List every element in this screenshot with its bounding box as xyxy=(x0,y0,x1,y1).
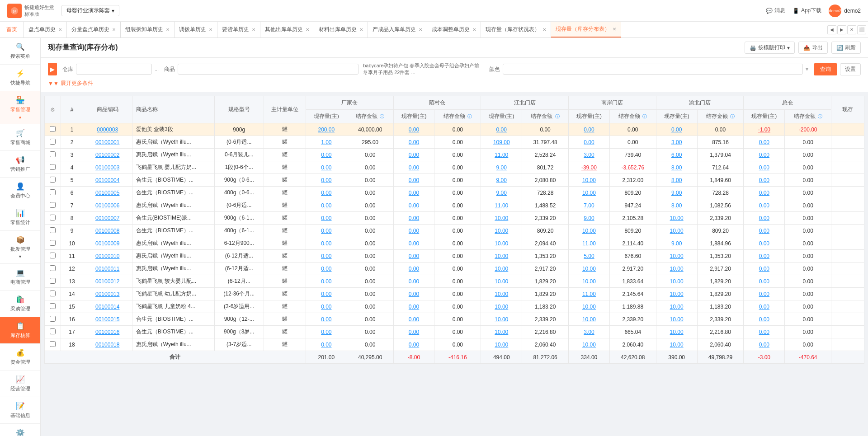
cell-w5-stock[interactable]: 10.00 xyxy=(656,313,697,326)
cell-check[interactable] xyxy=(45,250,61,263)
cell-code[interactable]: 00100011 xyxy=(83,263,132,275)
cell-w3-stock[interactable]: 10.00 xyxy=(481,263,522,275)
message-btn[interactable]: 💬 消息 xyxy=(766,7,785,14)
cell-code[interactable]: 00100004 xyxy=(83,174,132,187)
tab-product-in[interactable]: 产成品入库单历史 ✕ xyxy=(368,22,427,38)
cell-w5-stock[interactable]: 10.00 xyxy=(656,212,697,225)
cell-w4-stock[interactable]: 3.00 xyxy=(569,326,610,338)
cell-code[interactable]: 00100007 xyxy=(83,212,132,225)
sidebar-item-purchase[interactable]: 🛍️ 采购管理 xyxy=(0,291,40,317)
cell-w5-stock[interactable]: 9.00 xyxy=(656,237,697,250)
cell-w4-stock[interactable]: 5.00 xyxy=(569,250,610,263)
cell-w4-stock[interactable]: 10.00 xyxy=(569,313,610,326)
cell-w4-stock[interactable]: 3.00 xyxy=(569,149,610,161)
cell-w1-stock[interactable]: 0.00 xyxy=(306,338,347,351)
cell-check[interactable] xyxy=(45,288,61,300)
expand-more-btn[interactable]: ▼▼ 展开更多条件 xyxy=(48,80,861,87)
cell-check[interactable] xyxy=(45,313,61,326)
cell-code[interactable]: 00100005 xyxy=(83,187,132,199)
cell-w1-stock[interactable]: 1.00 xyxy=(306,136,347,149)
cell-code[interactable]: 00100003 xyxy=(83,161,132,174)
tab-close-icon[interactable]: ✕ xyxy=(209,27,212,32)
info-icon[interactable]: ⓘ xyxy=(555,114,560,119)
cell-w2-stock[interactable]: 0.00 xyxy=(393,313,434,326)
cell-w2-stock[interactable]: 0.00 xyxy=(393,174,434,187)
tab-combo-disassemble[interactable]: 组装拆卸单历史 ✕ xyxy=(121,22,175,38)
cell-check[interactable] xyxy=(45,136,61,149)
goods-input[interactable] xyxy=(178,64,359,75)
cell-total-stock[interactable]: 0.00 xyxy=(744,263,785,275)
cell-w3-stock[interactable]: 10.00 xyxy=(481,237,522,250)
cell-w3-stock[interactable]: 10.00 xyxy=(481,225,522,237)
cell-w3-stock[interactable]: 10.00 xyxy=(481,288,522,300)
settings-btn[interactable]: 设置 xyxy=(840,63,861,75)
cell-total-stock[interactable]: 0.00 xyxy=(744,326,785,338)
cell-w2-stock[interactable]: 0.00 xyxy=(393,250,434,263)
sidebar-item-retail-mall[interactable]: 🛒 零售商城 xyxy=(0,124,40,151)
color-input[interactable] xyxy=(503,64,803,75)
info-icon[interactable]: ⓘ xyxy=(642,114,647,119)
cell-w4-stock[interactable]: -39.00 xyxy=(569,161,610,174)
cell-w4-stock[interactable]: 11.00 xyxy=(569,237,610,250)
cell-w3-stock[interactable]: 9.00 xyxy=(481,174,522,187)
cell-check[interactable] xyxy=(45,275,61,288)
cell-w5-stock[interactable]: 10.00 xyxy=(656,300,697,313)
cell-w2-stock[interactable]: 0.00 xyxy=(393,300,434,313)
cell-w3-stock[interactable]: 10.00 xyxy=(481,212,522,225)
cell-w5-stock[interactable]: 10.00 xyxy=(656,338,697,351)
tab-close-icon[interactable]: ✕ xyxy=(252,27,255,32)
tab-stock-single[interactable]: 盘点单历史 ✕ xyxy=(24,22,67,38)
cell-total-stock[interactable]: 0.00 xyxy=(744,313,785,326)
tab-close-icon[interactable]: ✕ xyxy=(419,27,422,32)
cell-total-stock[interactable]: 0.00 xyxy=(744,338,785,351)
cell-w3-stock[interactable]: 10.00 xyxy=(481,250,522,263)
cell-check[interactable] xyxy=(45,161,61,174)
filter-expand-btn[interactable]: ▶ xyxy=(48,63,57,75)
cell-total-stock[interactable]: 0.00 xyxy=(744,136,785,149)
cell-w1-stock[interactable]: 0.00 xyxy=(306,225,347,237)
cell-w1-stock[interactable]: 0.00 xyxy=(306,199,347,212)
sidebar-item-marketing[interactable]: 📢 营销推广 xyxy=(0,151,40,178)
cell-w1-stock[interactable]: 0.00 xyxy=(306,187,347,199)
sidebar-item-inventory[interactable]: 📋 库存核算 xyxy=(0,317,40,344)
info-icon[interactable]: ⓘ xyxy=(467,114,472,119)
cell-code[interactable]: 0000003 xyxy=(83,123,132,136)
cell-w4-stock[interactable]: 10.00 xyxy=(569,263,610,275)
cell-w3-stock[interactable]: 109.00 xyxy=(481,136,522,149)
cell-total-stock[interactable]: -1.00 xyxy=(744,123,785,136)
cell-w5-stock[interactable]: 10.00 xyxy=(656,275,697,288)
cell-w1-stock[interactable]: 0.00 xyxy=(306,288,347,300)
cell-code[interactable]: 00100006 xyxy=(83,199,132,212)
app-download-btn[interactable]: 📱 App下载 xyxy=(793,7,821,14)
cell-w3-stock[interactable]: 0.00 xyxy=(481,123,522,136)
cell-w3-stock[interactable]: 10.00 xyxy=(481,300,522,313)
cell-w1-stock[interactable]: 0.00 xyxy=(306,161,347,174)
cell-check[interactable] xyxy=(45,326,61,338)
cell-code[interactable]: 00100014 xyxy=(83,300,132,313)
tab-close-icon[interactable]: ✕ xyxy=(306,27,309,32)
sidebar-item-wholesale[interactable]: 📦 批发管理 ▼ xyxy=(0,231,40,264)
cell-w2-stock[interactable]: 0.00 xyxy=(393,161,434,174)
tab-close-icon[interactable]: ✕ xyxy=(166,27,170,32)
info-icon[interactable]: ⓘ xyxy=(380,114,384,119)
cell-w3-stock[interactable]: 10.00 xyxy=(481,326,522,338)
tab-transfer[interactable]: 调拨单历史 ✕ xyxy=(175,22,217,38)
cell-w1-stock[interactable]: 0.00 xyxy=(306,263,347,275)
cell-w3-stock[interactable]: 11.00 xyxy=(481,199,522,212)
tab-stock-status[interactable]: 现存量（库存状况表） ✕ xyxy=(481,22,551,38)
cell-w2-stock[interactable]: 0.00 xyxy=(393,237,434,250)
print-btn[interactable]: 🖨️ 按模版打印 ▾ xyxy=(745,42,795,54)
cell-w2-stock[interactable]: 0.00 xyxy=(393,288,434,300)
tab-close-icon[interactable]: ✕ xyxy=(58,27,62,32)
cell-w5-stock[interactable]: 10.00 xyxy=(656,225,697,237)
cell-w1-stock[interactable]: 0.00 xyxy=(306,174,347,187)
sidebar-item-retail-stats[interactable]: 📊 零售统计 xyxy=(0,204,40,231)
cell-w4-stock[interactable]: 7.00 xyxy=(569,199,610,212)
tab-stock-dist[interactable]: 现存量（库存分布表） ✕ xyxy=(551,22,621,38)
cell-w5-stock[interactable]: 6.00 xyxy=(656,149,697,161)
warehouse-ellipsis[interactable]: ... xyxy=(155,66,159,72)
cell-w5-stock[interactable]: 10.00 xyxy=(656,288,697,300)
cell-code[interactable]: 00100016 xyxy=(83,326,132,338)
tab-split-stock[interactable]: 分量盘点单历史 ✕ xyxy=(67,22,121,38)
tab-expand-btn[interactable]: ⬜ xyxy=(857,25,866,34)
